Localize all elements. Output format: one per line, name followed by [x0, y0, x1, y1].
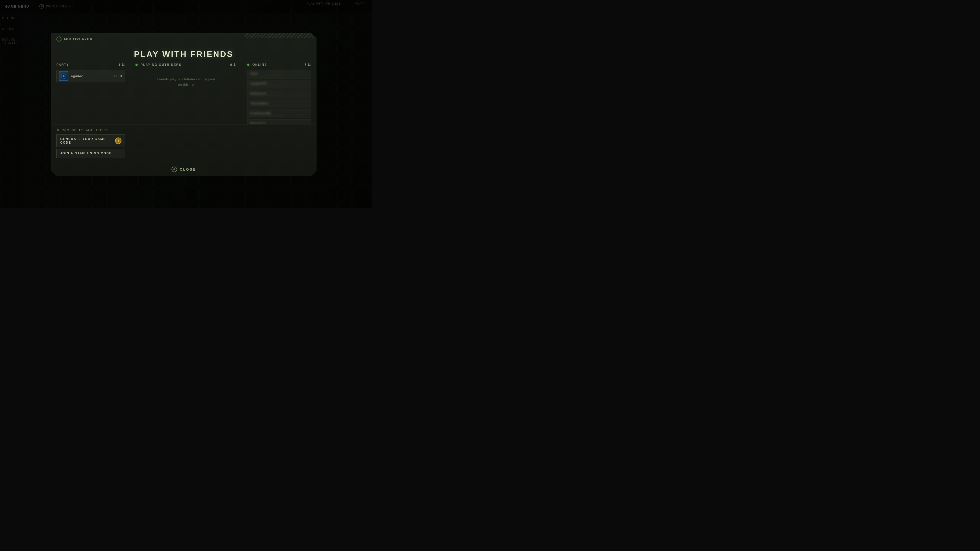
online-count: 7 [304, 63, 311, 67]
online-people-icon [307, 63, 311, 67]
modal-footer: CLOSE [51, 163, 316, 176]
online-header: ONLINE 7 [247, 63, 311, 67]
generate-code-label: GENERATE YOUR GAME CODE [60, 137, 115, 144]
join-code-button[interactable]: JOIN A GAME USING CODE [56, 149, 125, 158]
generate-code-icon [115, 138, 121, 144]
crossplay-label: CROSSPLAY GAME CODES [62, 129, 109, 132]
crossplay-title: ✕ CROSSPLAY GAME CODES [56, 128, 311, 132]
svg-point-6 [234, 64, 235, 65]
close-circle-icon [172, 167, 177, 172]
join-code-label: JOIN A GAME USING CODE [60, 151, 112, 155]
svg-point-7 [308, 64, 310, 65]
crossplay-section: ✕ CROSSPLAY GAME CODES GENERATE YOUR GAM… [51, 124, 316, 163]
player-avatar [59, 71, 68, 81]
playing-people-icon [233, 63, 237, 67]
modal-stripe-decoration [245, 33, 316, 38]
online-item[interactable]: fantasynerd [247, 89, 311, 98]
modal-subtitle: MULTIPLAYER [64, 37, 93, 41]
playing-count: 0 [230, 63, 237, 67]
online-title: ONLINE [252, 63, 267, 67]
online-item[interactable]: ToGoJoeBros [247, 100, 311, 108]
online-item[interactable]: olivijn [247, 70, 311, 79]
online-item[interactable]: FreePennyJME [247, 110, 311, 118]
playing-header: PLAYING OUTRIDERS 0 [135, 63, 237, 67]
svg-point-3 [124, 64, 124, 65]
party-title: PARTY [56, 63, 69, 67]
playing-empty-message: Friends playing Outriders will appearon … [135, 77, 237, 87]
generate-code-button[interactable]: GENERATE YOUR GAME CODE [56, 135, 125, 147]
online-item[interactable]: LaragonFPS [247, 79, 311, 89]
people-icon [121, 63, 125, 67]
online-item[interactable]: Bancroft_D [247, 119, 311, 124]
online-list: olivijn LaragonFPS fantasynerd ToGoJoeBr… [247, 70, 311, 124]
info-icon: i [56, 37, 62, 41]
close-button[interactable]: CLOSE [172, 167, 196, 172]
modal-content: i MULTIPLAYER PLAY WITH FRIENDS PARTY 1 [51, 33, 316, 176]
crossplay-x-icon: ✕ [56, 128, 60, 132]
player-name: ajpuleo [71, 74, 111, 78]
party-count-num: 1 [118, 63, 120, 67]
modal-body: PARTY 1 [51, 63, 316, 124]
playing-title: PLAYING OUTRIDERS [141, 63, 181, 67]
svg-point-2 [122, 64, 124, 65]
close-circle-inner [173, 168, 175, 170]
modal-main-title: PLAY WITH FRIENDS [51, 45, 316, 63]
playing-count-num: 0 [230, 63, 232, 67]
online-column: ONLINE 7 olivijn [242, 63, 311, 124]
party-count: 1 [118, 63, 125, 67]
party-column: PARTY 1 [56, 63, 130, 124]
player-row-ajpuleo[interactable]: ajpuleo LVL 3 [56, 70, 125, 83]
btn-dot [118, 140, 119, 141]
close-label: CLOSE [180, 167, 196, 171]
online-count-num: 7 [304, 63, 306, 67]
player-level: LVL 3 [114, 75, 122, 78]
playing-status-dot [135, 64, 138, 66]
online-status-dot [247, 64, 249, 66]
playing-outriders-column: PLAYING OUTRIDERS 0 Friends playing Outr… [130, 63, 242, 124]
svg-point-8 [310, 64, 310, 65]
modal-play-with-friends: i MULTIPLAYER PLAY WITH FRIENDS PARTY 1 [51, 33, 317, 176]
party-header: PARTY 1 [56, 63, 125, 67]
